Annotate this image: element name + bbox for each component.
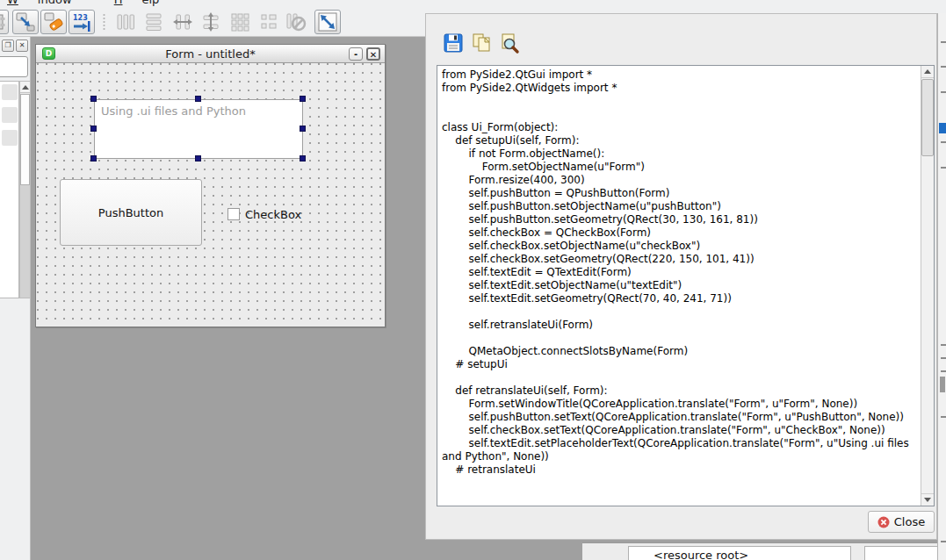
pushbutton-widget[interactable]: PushButton xyxy=(60,179,202,246)
sliver-mark xyxy=(941,370,946,372)
adjust-size-button[interactable] xyxy=(314,10,341,34)
resource-root-item[interactable]: <resource root> xyxy=(654,549,748,560)
layout-splitter-horizontal-button xyxy=(171,11,194,32)
layout-form-button xyxy=(257,11,280,32)
edit-buddies-icon xyxy=(43,11,64,32)
scroll-up-arrow-icon[interactable] xyxy=(20,82,30,93)
selection-handle-w[interactable] xyxy=(90,126,97,132)
lay-out-horizontally-icon xyxy=(116,12,135,32)
background-window-sliver xyxy=(937,13,946,560)
widget-box-panel: ❐ ✕ xyxy=(0,37,31,560)
copy-all-button[interactable] xyxy=(471,32,492,54)
find-button[interactable] xyxy=(499,32,520,54)
edit-widgets-button[interactable] xyxy=(0,10,9,34)
menubar: Window Help xyxy=(0,0,946,7)
selection-handle-ne[interactable] xyxy=(300,96,306,102)
dock-close-button[interactable]: ✕ xyxy=(16,39,28,52)
sliver-selected-item xyxy=(939,123,946,133)
form-window-title: Form - untitled* xyxy=(36,47,385,61)
form-close-button[interactable]: ✕ xyxy=(366,47,380,61)
sliver-mark xyxy=(941,167,946,169)
close-button[interactable]: Close xyxy=(868,511,935,533)
scrollbar-thumb[interactable] xyxy=(921,79,934,156)
resource-preview-pane[interactable] xyxy=(864,546,945,560)
checkbox-widget[interactable]: CheckBox xyxy=(227,207,301,221)
selection-handle-se[interactable] xyxy=(300,155,306,162)
widget-list-scrollbar[interactable] xyxy=(19,81,31,298)
form-minimize-button[interactable]: - xyxy=(349,47,363,61)
close-button-label: Close xyxy=(894,515,925,528)
widget-list-item[interactable] xyxy=(2,107,18,123)
sliver-mark xyxy=(941,66,946,68)
close-icon: ✕ xyxy=(19,41,25,49)
float-icon: ❐ xyxy=(4,41,11,49)
close-icon: ✕ xyxy=(370,50,377,60)
resource-browser-window: <resource root> xyxy=(582,542,946,560)
toolbar-separator xyxy=(103,13,105,31)
selection-handle-n[interactable] xyxy=(195,96,201,102)
menu-window[interactable]: Window xyxy=(7,0,91,6)
save-button[interactable] xyxy=(443,32,464,54)
selection-handle-e[interactable] xyxy=(300,126,306,132)
scroll-up-arrow-icon[interactable] xyxy=(921,66,934,78)
pushbutton-label: PushButton xyxy=(98,206,163,219)
edit-signals-slots-icon xyxy=(15,11,36,32)
lay-out-vertically-in-splitter-icon xyxy=(201,12,220,32)
sliver-mark xyxy=(941,141,946,143)
layout-splitter-vertical-button xyxy=(199,11,222,32)
save-icon xyxy=(443,32,464,54)
find-icon xyxy=(499,32,522,55)
sliver-scroll-thumb xyxy=(940,377,945,392)
lay-out-in-grid-icon xyxy=(230,12,249,32)
code-dialog: from PySide2.QtGui import * from PySide2… xyxy=(425,13,937,540)
widget-filter-input[interactable] xyxy=(0,56,28,77)
widget-list-item[interactable] xyxy=(2,130,18,146)
form-window-titlebar[interactable]: D Form - untitled* - ✕ xyxy=(36,45,385,63)
sliver-mark xyxy=(941,357,946,359)
edit-tab-order-button[interactable]: 123 xyxy=(69,10,95,34)
checkbox-indicator[interactable] xyxy=(227,208,240,220)
dialog-close-icon xyxy=(877,516,890,528)
widget-list-item[interactable] xyxy=(2,84,18,100)
layout-horizontal-button xyxy=(114,11,137,32)
selection-handle-s[interactable] xyxy=(195,155,201,162)
layout-vertical-button xyxy=(142,11,165,32)
lay-out-horizontally-in-splitter-icon xyxy=(173,12,192,32)
scrollbar-track[interactable] xyxy=(20,185,30,298)
resource-tree[interactable]: <resource root> xyxy=(628,546,851,560)
copy-all-icon xyxy=(471,32,492,54)
sliver-mark xyxy=(941,416,946,418)
sliver-mark xyxy=(941,344,946,346)
break-layout-icon xyxy=(285,11,307,32)
lay-out-vertically-icon xyxy=(144,12,163,32)
edit-signals-slots-button[interactable] xyxy=(12,10,39,34)
code-text[interactable]: from PySide2.QtGui import * from PySide2… xyxy=(437,66,920,506)
lay-out-in-form-layout-icon xyxy=(259,12,278,32)
widget-list[interactable] xyxy=(0,81,19,298)
selection-handle-sw[interactable] xyxy=(90,155,97,162)
checkbox-label: CheckBox xyxy=(245,208,301,221)
adjust-size-icon xyxy=(317,11,338,32)
layout-grid-button xyxy=(228,11,251,32)
code-scrollbar[interactable] xyxy=(921,66,934,506)
break-layout-button xyxy=(285,11,307,32)
edit-tab-order-icon: 123 xyxy=(71,11,92,32)
sliver-mark xyxy=(941,91,946,93)
sliver-mark xyxy=(941,541,946,542)
minimize-icon: - xyxy=(354,49,357,59)
form-window: D Form - untitled* - ✕ Using .ui files a… xyxy=(35,44,386,327)
textedit-placeholder: Using .ui files and Python xyxy=(101,104,246,118)
edit-widgets-icon xyxy=(0,12,5,32)
textedit-widget[interactable]: Using .ui files and Python xyxy=(94,99,303,159)
scrollbar-thumb[interactable] xyxy=(20,94,30,185)
sliver-mark xyxy=(941,41,946,43)
edit-buddies-button[interactable] xyxy=(40,10,67,34)
menu-help[interactable]: Help xyxy=(114,0,179,6)
svg-text:123: 123 xyxy=(73,14,88,22)
scroll-down-arrow-icon[interactable] xyxy=(921,493,934,506)
form-canvas[interactable]: Using .ui files and Python PushButton Ch… xyxy=(37,63,384,326)
code-view: from PySide2.QtGui import * from PySide2… xyxy=(437,65,935,506)
selection-handle-nw[interactable] xyxy=(90,96,97,102)
dock-float-button[interactable]: ❐ xyxy=(2,39,14,52)
